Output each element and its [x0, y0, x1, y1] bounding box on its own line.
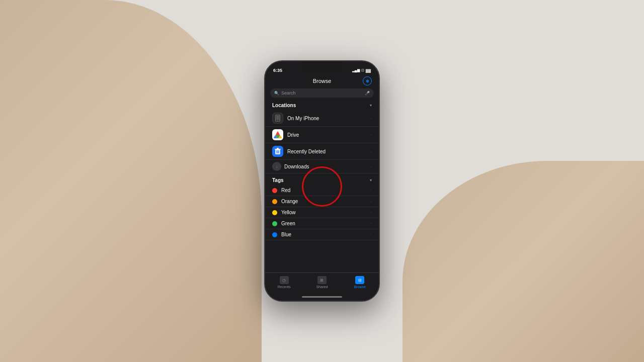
tab-browse[interactable]: ⊟ Browse [341, 276, 379, 289]
tags-title: Tags [272, 177, 284, 183]
tag-label-yellow: Yellow [281, 210, 366, 215]
shared-icon-glyph: ⊞ [320, 278, 324, 283]
tag-label-green: Green [281, 221, 366, 226]
tag-chevron-green: › [370, 221, 372, 226]
drive-logo-svg [273, 130, 283, 140]
tab-shared[interactable]: ⊞ Shared [303, 276, 341, 289]
recently-deleted-label: Recently Deleted [287, 149, 366, 154]
phone-notch [302, 61, 342, 72]
svg-rect-14 [275, 149, 281, 150]
drive-text: Drive [287, 132, 366, 138]
downloads-label: Downloads [284, 164, 367, 169]
search-bar[interactable]: 🔍 Search 🎤 [270, 88, 374, 98]
recently-deleted-text: Recently Deleted [287, 149, 366, 154]
tag-chevron-orange: › [370, 199, 372, 204]
more-icon[interactable]: ⊕ [363, 76, 372, 85]
downloads-chevron: › [370, 164, 372, 169]
browse-tab-icon: ⊟ [355, 276, 364, 284]
list-item-drive[interactable]: Drive › [265, 127, 379, 143]
drive-chevron: › [370, 133, 372, 137]
tag-label-orange: Orange [281, 199, 366, 204]
tag-chevron-blue: › [370, 232, 372, 237]
browse-tab-label: Browse [354, 285, 366, 289]
drive-label: Drive [287, 132, 366, 138]
phone-screen: 6:35 ▂▄▆ ⊡ ▓▓ Browse ⊕ 🔍 Search [265, 61, 379, 301]
tab-recents[interactable]: ◷ Recents [265, 276, 303, 289]
mic-icon[interactable]: 🎤 [365, 91, 370, 96]
locations-section-header[interactable]: Locations ▾ [265, 101, 379, 110]
tag-dot-blue [272, 232, 277, 237]
list-item-recently-deleted[interactable]: Recently Deleted › [265, 143, 379, 160]
recents-tab-icon: ◷ [280, 276, 289, 284]
recently-deleted-chevron: › [370, 149, 372, 154]
downloads-icon: ↓ [272, 162, 281, 171]
on-my-iphone-icon [272, 113, 283, 124]
battery-icon: ▓▓ [366, 69, 371, 72]
tags-chevron: ▾ [370, 178, 372, 183]
locations-title: Locations [272, 103, 296, 108]
page-title: Browse [281, 78, 363, 84]
tag-chevron-yellow: › [370, 210, 372, 215]
tags-section-header[interactable]: Tags ▾ [265, 175, 379, 185]
status-icons: ▂▄▆ ⊡ ▓▓ [352, 68, 371, 72]
search-input[interactable]: Search [281, 90, 363, 96]
recents-icon-glyph: ◷ [282, 278, 286, 283]
tag-dot-orange [272, 199, 277, 204]
wifi-icon: ⊡ [361, 68, 364, 72]
on-my-iphone-label: On My iPhone [287, 116, 366, 121]
tag-green[interactable]: Green › [265, 218, 379, 229]
svg-rect-1 [276, 115, 279, 120]
tag-dot-red [272, 188, 277, 193]
tag-orange[interactable]: Orange › [265, 196, 379, 207]
list-item-downloads[interactable]: ↓ Downloads › [265, 160, 379, 173]
tag-blue[interactable]: Blue › [265, 229, 379, 240]
list-item-on-my-iphone[interactable]: On My iPhone › [265, 110, 379, 127]
trash-svg [275, 148, 281, 155]
tag-red[interactable]: Red › [265, 185, 379, 196]
downloads-arrow-icon: ↓ [276, 164, 278, 169]
search-icon: 🔍 [274, 91, 279, 96]
phone-device: 6:35 ▂▄▆ ⊡ ▓▓ Browse ⊕ 🔍 Search [264, 60, 380, 302]
signal-icon: ▂▄▆ [352, 68, 360, 72]
recents-tab-label: Recents [278, 285, 291, 289]
more-icon-label: ⊕ [366, 79, 369, 83]
shared-tab-icon: ⊞ [317, 276, 327, 284]
tag-label-blue: Blue [281, 232, 366, 237]
browse-icon-glyph: ⊟ [358, 278, 362, 283]
tag-label-red: Red [281, 188, 366, 193]
tag-chevron-red: › [370, 188, 372, 193]
tag-yellow[interactable]: Yellow › [265, 207, 379, 218]
phone-device-icon [274, 115, 281, 122]
drive-icon [272, 129, 283, 140]
trash-icon [272, 146, 283, 157]
on-my-iphone-chevron: › [370, 116, 372, 121]
phone-wrapper: 6:35 ▂▄▆ ⊡ ▓▓ Browse ⊕ 🔍 Search [264, 60, 380, 302]
on-my-iphone-text: On My iPhone [287, 116, 366, 121]
home-indicator [302, 296, 342, 298]
svg-marker-9 [276, 131, 280, 135]
svg-point-2 [277, 121, 278, 121]
shared-tab-label: Shared [316, 285, 328, 289]
app-header: Browse ⊕ [265, 75, 379, 88]
status-time: 6:35 [273, 68, 282, 73]
tag-dot-yellow [272, 210, 277, 215]
tag-dot-green [272, 221, 277, 226]
locations-chevron: ▾ [370, 103, 372, 108]
svg-rect-15 [277, 148, 279, 149]
tags-section: Tags ▾ Red › Orange › Yellow › [265, 175, 379, 240]
